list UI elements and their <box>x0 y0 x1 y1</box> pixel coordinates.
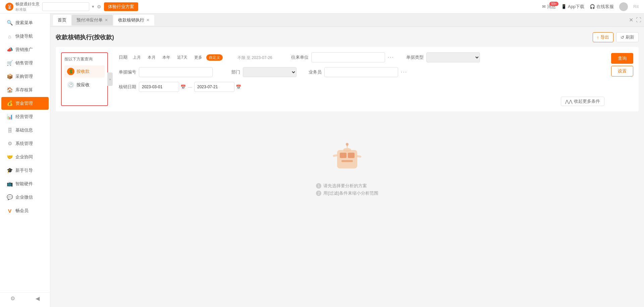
date-field: 日期 上月 本月 本年 近7天 更多 自定义 <box>119 54 272 61</box>
offset-date-start-input[interactable] <box>139 82 179 92</box>
date-tab-7days[interactable]: 近7天 <box>174 54 190 61</box>
partner-dots-icon[interactable]: ··· <box>388 54 394 60</box>
filter-collapse-button[interactable]: » <box>107 72 113 86</box>
offset-date-end-cal-icon[interactable]: 📅 <box>236 85 241 90</box>
staff-input[interactable] <box>324 67 398 77</box>
sidebar-label-sales: 销售管理 <box>15 60 33 66</box>
tab-home[interactable]: 首页 <box>53 15 71 25</box>
headset-icon: 🎧 <box>590 4 595 9</box>
sidebar-item-smart-hw[interactable]: 📺 智能硬件 <box>1 177 49 190</box>
offset-date-end-input[interactable] <box>194 82 234 92</box>
user-avatar[interactable] <box>619 2 628 11</box>
date-tab-this-year[interactable]: 本年 <box>160 54 173 61</box>
sidebar-label-wechat: 企业微信 <box>15 194 33 200</box>
empty-hint-1: 1 请先选择要分析的方案 <box>316 183 378 189</box>
sidebar-item-inventory[interactable]: 🏠 库存核算 <box>1 84 49 96</box>
sidebar-item-quick-nav[interactable]: ⌂ 快捷导航 <box>1 30 49 43</box>
staff-field: 业务员 ··· <box>309 67 407 77</box>
refresh-icon: ↺ <box>621 35 624 40</box>
partner-label: 往来单位 <box>291 54 309 60</box>
top-search-input[interactable] <box>42 2 89 11</box>
sidebar-label-finance: 资金管理 <box>15 100 33 106</box>
sidebar: 🔍 搜索菜单 ⌂ 快捷导航 📣 营销推广 🛒 销售管理 📦 采购管理 🏠 库存核… <box>0 13 50 307</box>
date-tabs: 上月 本月 本年 近7天 更多 自定义 <box>130 54 223 61</box>
query-button[interactable]: 查询 <box>611 53 633 64</box>
hint-num-1: 1 <box>316 183 321 189</box>
filter-form: 日期 上月 本月 本年 近7天 更多 自定义 <box>112 52 633 106</box>
tab-close-all-icon[interactable]: ✕ <box>629 17 633 23</box>
sidebar-item-member[interactable]: V 畅会员 <box>1 204 49 217</box>
partner-field: 往来单位 ··· <box>291 52 394 62</box>
partner-input[interactable] <box>311 52 385 62</box>
tab-prepay-offset[interactable]: 预付冲应付单 ✕ <box>72 15 113 25</box>
sales-icon: 🛒 <box>7 60 13 66</box>
settings-button[interactable]: 设置 <box>611 66 633 76</box>
date-tab-this-month[interactable]: 本月 <box>145 54 158 61</box>
collapse-more-button[interactable]: ⋀⋀ 收起更多条件 <box>561 97 604 106</box>
sidebar-item-basic-info[interactable]: 🗄 基础信息 <box>1 124 49 137</box>
sidebar-item-finance[interactable]: 💰 资金管理 <box>1 97 49 110</box>
tab-receivable-close-icon[interactable]: ✕ <box>146 18 150 22</box>
offset-date-start-cal-icon[interactable]: 📅 <box>180 85 186 90</box>
date-dash: — <box>188 85 192 90</box>
sidebar-item-guide[interactable]: 🎓 新手引导 <box>1 164 49 177</box>
sidebar-label-member: 畅会员 <box>15 208 29 214</box>
phone-icon: 📱 <box>561 4 567 9</box>
sidebar-label-quick-nav: 快捷导航 <box>15 33 33 39</box>
dept-select[interactable] <box>243 67 297 77</box>
refresh-button[interactable]: ↺ 刷新 <box>616 32 639 42</box>
receipt-option-icon: 💲 <box>67 68 74 75</box>
empty-state: 1 请先选择要分析的方案 2 用[过滤]条件来缩小分析范围 <box>56 111 639 224</box>
date-tab-last-month[interactable]: 上月 <box>130 54 144 61</box>
sidebar-item-wechat[interactable]: 💬 企业微信 <box>1 191 49 204</box>
svg-point-4 <box>343 148 351 152</box>
doc-type-select[interactable] <box>426 52 480 62</box>
tab-maximize-icon[interactable]: ⛶ <box>636 17 641 23</box>
inventory-icon: 🏠 <box>7 87 13 93</box>
sidebar-item-system[interactable]: ⚙ 系统管理 <box>1 137 49 150</box>
sidebar-item-marketing[interactable]: 📣 营销推广 <box>1 43 49 56</box>
offset-date-start-wrap: 📅 <box>139 82 186 92</box>
export-button[interactable]: ↑ 导出 <box>593 32 614 42</box>
filter-option-by-receipt[interactable]: 💲 按收款 <box>64 65 105 78</box>
filter-option-by-receivable[interactable]: 🕐 按应收 <box>64 79 105 91</box>
sidebar-item-sales[interactable]: 🛒 销售管理 <box>1 57 49 69</box>
sidebar-item-search-menu[interactable]: 🔍 搜索菜单 <box>1 16 49 29</box>
app-download-button[interactable]: 📱 App下载 <box>561 4 584 10</box>
message-badge: 99+ <box>549 2 558 6</box>
collapse-up-icon: ⋀⋀ <box>565 99 573 104</box>
sidebar-item-business[interactable]: 📊 经营管理 <box>1 110 49 123</box>
sidebar-label-guide: 新手引导 <box>15 167 33 173</box>
doc-no-input[interactable] <box>139 67 213 77</box>
sidebar-gear-icon[interactable]: ⚙ <box>10 295 15 302</box>
tab-right-actions: ✕ ⛶ <box>629 17 641 23</box>
tab-prepay-close-icon[interactable]: ✕ <box>105 18 108 22</box>
date-label: 日期 <box>119 54 127 60</box>
marketing-icon: 📣 <box>7 47 13 53</box>
offset-date-end-wrap: 📅 <box>194 82 241 92</box>
doc-no-label: 单据编号 <box>119 69 136 75</box>
date-tab-more[interactable]: 更多 <box>192 54 205 61</box>
sidebar-label-basic-info: 基础信息 <box>15 127 33 133</box>
query-actions: 查询 设置 <box>611 52 633 76</box>
svg-rect-3 <box>341 160 353 162</box>
empty-hints: 1 请先选择要分析的方案 2 用[过滤]条件来缩小分析范围 <box>316 183 378 198</box>
online-service-button[interactable]: 🎧 在线客服 <box>590 4 614 10</box>
sidebar-item-purchase[interactable]: 📦 采购管理 <box>1 70 49 83</box>
home-icon: ⌂ <box>7 34 13 39</box>
sidebar-item-collab[interactable]: 🤝 企业协同 <box>1 151 49 163</box>
messages-button[interactable]: ✉ 消息 99+ <box>542 4 556 10</box>
date-tab-custom[interactable]: 自定义 <box>206 54 223 61</box>
dropdown-icon[interactable]: ▾ <box>92 4 94 9</box>
gear-icon[interactable]: ⚙ <box>97 4 101 9</box>
filter-main-rows: 日期 上月 本月 本年 近7天 更多 自定义 <box>119 52 604 106</box>
sidebar-collapse-icon[interactable]: ◀ <box>36 295 40 302</box>
purchase-icon: 📦 <box>7 73 13 80</box>
trial-button[interactable]: 体验行业方案 <box>104 2 138 11</box>
tab-receivable-offset[interactable]: 收款核销执行 ✕ <box>113 15 154 25</box>
staff-dots-icon[interactable]: ··· <box>401 69 407 75</box>
brand-name: 畅捷通好生意 <box>15 1 40 7</box>
content-area: 收款核销执行(按收款) ↑ 导出 ↺ 刷新 按以下方案查询 <box>50 27 644 307</box>
page-title: 收款核销执行(按收款) <box>56 33 114 41</box>
member-icon: V <box>7 208 13 214</box>
